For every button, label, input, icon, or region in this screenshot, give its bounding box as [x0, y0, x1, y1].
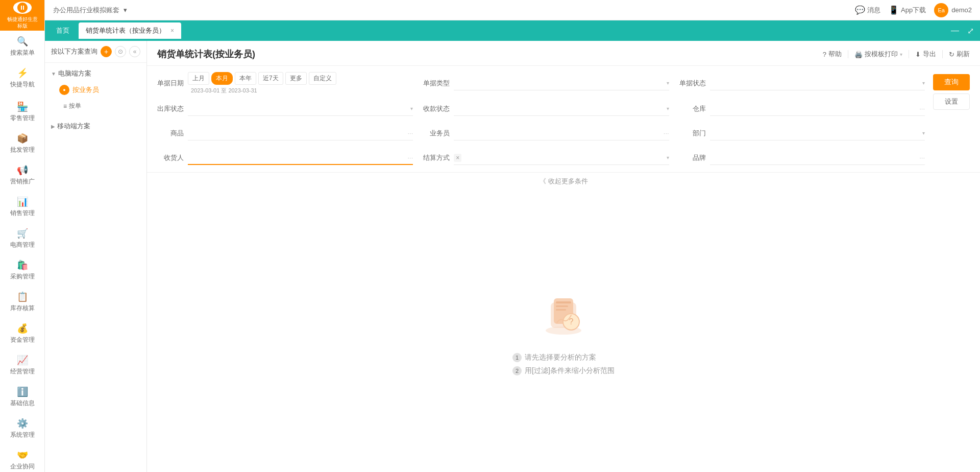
goods-input[interactable]: ··· [188, 126, 413, 140]
tab-bar-actions: — ⤢ [949, 24, 976, 38]
sidebar-item-corp[interactable]: 🤝 企业协同 [0, 444, 44, 472]
tab-active-label: 销货单统计表（按业务员） [86, 26, 165, 35]
doc-status-input[interactable]: ▾ [710, 76, 925, 90]
sidebar-item-finance-label: 资金管理 [10, 336, 35, 344]
sidebar-item-retail[interactable]: 🏪 零售管理 [0, 96, 44, 128]
setting-btn[interactable]: 设置 [933, 93, 970, 110]
out-status-input[interactable]: ▾ [188, 102, 413, 116]
scheme-add-btn[interactable]: + [101, 46, 112, 57]
tab-active[interactable]: 销货单统计表（按业务员） × [79, 22, 181, 39]
export-btn[interactable]: ⬇ 导出 [915, 50, 936, 59]
svg-rect-4 [556, 305, 568, 307]
warehouse-dots: ··· [919, 105, 925, 112]
date-filter-controls: 上月 本月 本年 近7天 更多 自定义 2023-03-01 至 2023-03… [188, 72, 413, 95]
content-wrapper: 按以下方案查询 + ⊙ « ▼ 电脑端方案 ● [45, 41, 980, 472]
tab-home[interactable]: 首页 [49, 22, 77, 39]
sidebar-item-operations[interactable]: 📈 经营管理 [0, 349, 44, 381]
consignee-input[interactable]: ··· [188, 151, 413, 165]
message-btn[interactable]: 💬 消息 [855, 5, 880, 15]
collapse-more-bar[interactable]: 《 收起更多条件 [147, 173, 980, 190]
tip-text-1: 请先选择要分析的方案 [525, 353, 596, 362]
sidebar-item-operations-label: 经营管理 [10, 367, 35, 376]
sidebar-item-inventory[interactable]: 📋 库存核算 [0, 286, 44, 318]
sidebar-item-sales-label: 销售管理 [10, 209, 35, 218]
print-icon: 🖨️ [854, 51, 863, 58]
sidebar-item-basic[interactable]: ℹ️ 基础信息 [0, 381, 44, 413]
query-btn[interactable]: 查询 [933, 74, 970, 90]
date-btn-7days[interactable]: 近7天 [258, 72, 283, 85]
tab-close-btn[interactable]: × [170, 27, 174, 34]
sidebar-item-marketing[interactable]: 📢 营销推广 [0, 159, 44, 191]
marketing-icon: 📢 [17, 164, 28, 176]
mobile-scheme-header[interactable]: ▶ 移动端方案 [45, 119, 146, 134]
scheme-item-salesman[interactable]: ● 按业务员 [45, 81, 146, 99]
user-info[interactable]: Ea demo2 [934, 3, 972, 17]
warehouse-input[interactable]: ··· [710, 102, 925, 116]
export-label: 导出 [923, 50, 936, 59]
brand-label: 品牌 [679, 153, 710, 162]
filter-doc-status: 单据状态 ▾ [669, 72, 925, 95]
sidebar-item-wholesale[interactable]: 📦 批发管理 [0, 128, 44, 159]
sidebar-item-sales[interactable]: 📊 销售管理 [0, 191, 44, 223]
filter-row-2: 出库状态 ▾ 收款状态 ▾ [157, 99, 925, 119]
sidebar-item-marketing-label: 营销推广 [10, 177, 35, 186]
scheme-panel-header: 按以下方案查询 + ⊙ « [45, 41, 146, 63]
salesman-input[interactable]: ··· [454, 126, 669, 140]
doc-type-input[interactable]: ▾ [454, 76, 669, 90]
sidebar-item-search[interactable]: 🔍 搜索菜单 [0, 31, 44, 62]
app-download-btn[interactable]: 📱 App下载 [889, 5, 926, 15]
finance-icon: 💰 [17, 323, 28, 334]
sidebar-item-ecommerce-label: 电商管理 [10, 241, 35, 249]
query-btn-group: 查询 设置 [933, 74, 970, 110]
sidebar-item-ecommerce[interactable]: 🛒 电商管理 [0, 223, 44, 254]
divider-3 [942, 50, 943, 58]
refresh-icon: ↻ [949, 51, 954, 58]
sub-item-order[interactable]: ≡ 按单 [45, 99, 146, 113]
filter-section: 单据日期 上月 本月 本年 近7天 更多 自定义 2023-03-01 至 20… [147, 66, 980, 173]
empty-icon: ? [535, 287, 592, 345]
date-btn-last-month[interactable]: 上月 [188, 72, 209, 85]
tab-home-label: 首页 [56, 26, 69, 35]
scheme-panel-title: 按以下方案查询 [51, 47, 97, 56]
pc-scheme-label: 电脑端方案 [58, 69, 91, 78]
wholesale-icon: 📦 [17, 133, 28, 144]
export-icon: ⬇ [915, 51, 921, 58]
pc-scheme-header[interactable]: ▼ 电脑端方案 [45, 66, 146, 81]
brand-input[interactable]: ··· [710, 151, 925, 165]
date-btn-custom[interactable]: 自定义 [309, 72, 336, 85]
industry-dropdown-arrow[interactable]: ▾ [124, 6, 127, 14]
avatar-text: Ea [938, 7, 945, 13]
scheme-collapse-btn[interactable]: « [129, 46, 140, 57]
scheme-settings-btn[interactable]: ⊙ [115, 46, 126, 57]
search-icon: 🔍 [17, 36, 28, 47]
date-btn-this-month[interactable]: 本月 [211, 72, 233, 85]
receipt-status-input[interactable]: ▾ [454, 102, 669, 116]
payment-tag-close[interactable]: × [456, 154, 459, 161]
minimize-btn[interactable]: — [949, 24, 961, 37]
refresh-btn[interactable]: ↻ 刷新 [949, 50, 970, 59]
scheme-item-salesman-label: 按业务员 [72, 85, 99, 95]
maximize-btn[interactable]: ⤢ [965, 24, 976, 38]
retail-icon: 🏪 [17, 101, 28, 112]
purchase-icon: 🛍️ [17, 259, 28, 271]
empty-state: ? 1 请先选择要分析的方案 2 用[过滤]条件来缩小分析范围 [147, 190, 980, 472]
out-status-label: 出库状态 [157, 104, 188, 113]
help-btn[interactable]: ? 帮助 [823, 50, 842, 59]
date-btn-this-year[interactable]: 本年 [235, 72, 256, 85]
sidebar-item-finance[interactable]: 💰 资金管理 [0, 318, 44, 349]
system-icon: ⚙️ [17, 418, 28, 429]
salesman-dots: ··· [664, 129, 669, 137]
sidebar-item-quick-nav[interactable]: ⚡ 快捷导航 [0, 62, 44, 94]
dept-input[interactable]: ▾ [710, 126, 925, 140]
filter-fields: 单据日期 上月 本月 本年 近7天 更多 自定义 2023-03-01 至 20… [157, 72, 925, 172]
sidebar-item-system[interactable]: ⚙️ 系统管理 [0, 413, 44, 444]
inventory-icon: 📋 [17, 291, 28, 302]
industry-label: 办公用品行业模拟账套 [53, 6, 119, 15]
sidebar-item-purchase[interactable]: 🛍️ 采购管理 [0, 254, 44, 286]
template-print-btn[interactable]: 🖨️ 按模板打印 ▾ [854, 50, 902, 59]
tab-bar: 首页 销货单统计表（按业务员） × — ⤢ [45, 20, 980, 41]
payment-input[interactable]: × ▾ [454, 151, 669, 165]
date-btn-more[interactable]: 更多 [285, 72, 307, 85]
filter-date: 单据日期 上月 本月 本年 近7天 更多 自定义 2023-03-01 至 20… [157, 72, 413, 95]
payment-clear-tag: × [454, 154, 461, 162]
